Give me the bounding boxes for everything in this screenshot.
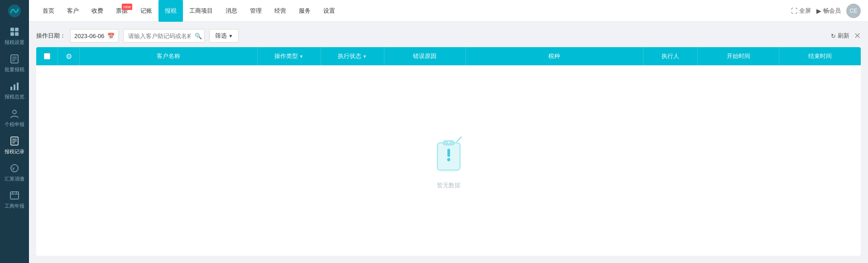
batch-tax-icon (8, 53, 21, 65)
empty-text: 暂无数据 (437, 181, 460, 190)
filter-button[interactable]: 筛选 ▼ (209, 29, 239, 43)
table-wrap: ⚙ 客户名称 操作类型 ▼ 执行状态 ▼ 错误原因 (36, 47, 861, 256)
nav-xiaoxi[interactable]: 消息 (219, 0, 244, 22)
svg-rect-3 (10, 32, 14, 36)
content-area: 操作日期： 2023-06-06 📅 🔍 筛选 ▼ ↻ 刷新 (29, 22, 868, 263)
svg-point-27 (447, 158, 450, 161)
close-button[interactable]: ✕ (854, 32, 861, 40)
th-executor: 执行人 (643, 47, 698, 65)
date-picker[interactable]: 2023-06-06 📅 (70, 29, 119, 43)
search-icon[interactable]: 🔍 (195, 33, 202, 39)
sidebar: 报税设置 批量报税 报税总览 (0, 0, 29, 263)
nav-home[interactable]: 首页 (36, 0, 61, 22)
header-checkbox[interactable] (44, 53, 50, 59)
svg-rect-1 (10, 28, 14, 31)
th-start-time: 开始时间 (698, 47, 779, 65)
sidebar-item-piliang-baoshui[interactable]: 批量报税 (0, 49, 29, 76)
main-area: 首页 客户 收费 票据 new 记账 报税 工商项目 消息 管理 经营 (29, 0, 868, 263)
svg-line-28 (457, 137, 461, 141)
overview-icon (8, 80, 21, 93)
chevron-down-icon: ▼ (229, 34, 233, 39)
search-input[interactable] (123, 29, 205, 43)
gear-icon[interactable]: ⚙ (66, 52, 72, 61)
svg-rect-4 (15, 32, 19, 36)
table-body: 暂无数据 (36, 65, 861, 256)
fullscreen-btn[interactable]: ⛶ 全屏 (791, 7, 811, 15)
settlement-icon: ¥ (8, 162, 21, 175)
table-header: ⚙ 客户名称 操作类型 ▼ 执行状态 ▼ 错误原因 (36, 47, 861, 65)
th-exec-status[interactable]: 执行状态 ▼ (321, 47, 384, 65)
nav-piaoju[interactable]: 票据 new (110, 0, 134, 22)
refresh-button[interactable]: ↻ 刷新 (831, 32, 849, 40)
sidebar-logo (0, 0, 29, 22)
svg-rect-2 (15, 28, 19, 31)
th-tax-type: 税种 (466, 47, 644, 65)
annual-report-icon (8, 189, 21, 202)
topnav-right: ⛶ 全屏 ▶ 畅会员 CE (791, 4, 861, 18)
sidebar-item-geshui-shenbao[interactable]: 个税申报 (0, 104, 29, 131)
th-error-reason: 错误原因 (384, 47, 466, 65)
topnav: 首页 客户 收费 票据 new 记账 报税 工商项目 消息 管理 经营 (29, 0, 868, 22)
page-content: 操作日期： 2023-06-06 📅 🔍 筛选 ▼ ↻ 刷新 (29, 22, 868, 263)
search-wrap: 🔍 (123, 29, 205, 43)
svg-point-25 (447, 141, 450, 144)
nav-gongshang-xiangmu[interactable]: 工商项目 (183, 0, 219, 22)
empty-illustration (426, 132, 471, 177)
avatar[interactable]: CE (846, 4, 861, 18)
sidebar-item-baoshui-shezhi[interactable]: 报税设置 (0, 22, 29, 49)
nav-jingying[interactable]: 经营 (268, 0, 293, 22)
nav-shoufei[interactable]: 收费 (85, 0, 110, 22)
th-customer-name: 客户名称 (80, 47, 258, 65)
nav-baoshui[interactable]: 报税 (158, 0, 183, 22)
tax-record-icon (8, 135, 21, 147)
nav-guanli[interactable]: 管理 (244, 0, 268, 22)
svg-rect-11 (17, 83, 19, 90)
person-tax-icon (8, 107, 21, 120)
date-label: 操作日期： (36, 32, 66, 40)
svg-rect-19 (10, 192, 19, 199)
fullscreen-icon: ⛶ (791, 7, 797, 15)
nav-fuwu[interactable]: 服务 (293, 0, 317, 22)
video-icon: ▶ (816, 7, 821, 15)
sort-icon: ▼ (299, 54, 304, 59)
sidebar-item-baoshui-jilu[interactable]: 报税记录 (0, 131, 29, 158)
calendar-icon: 📅 (107, 33, 115, 39)
nav-customers[interactable]: 客户 (61, 0, 85, 22)
svg-text:¥: ¥ (12, 166, 15, 171)
sort-icon: ▼ (363, 54, 367, 59)
settings-grid-icon (8, 25, 21, 38)
nav-shezhi[interactable]: 设置 (317, 0, 341, 22)
new-badge: new (122, 4, 132, 10)
sidebar-item-gongshang-nianbao[interactable]: 工商年报 (0, 185, 29, 213)
svg-rect-26 (447, 149, 450, 157)
sidebar-item-huisuan-jiaoshu[interactable]: ¥ 汇算清缴 (0, 158, 29, 185)
th-checkbox[interactable] (36, 47, 58, 65)
date-value: 2023-06-06 (74, 33, 105, 39)
refresh-icon: ↻ (831, 33, 836, 39)
svg-point-12 (13, 110, 16, 114)
member-btn[interactable]: ▶ 畅会员 (816, 7, 841, 15)
nav-jizhang[interactable]: 记账 (134, 0, 158, 22)
sidebar-item-baoshui-zonlan[interactable]: 报税总览 (0, 76, 29, 103)
toolbar: 操作日期： 2023-06-06 📅 🔍 筛选 ▼ ↻ 刷新 (36, 29, 861, 43)
th-settings[interactable]: ⚙ (58, 47, 80, 65)
svg-rect-9 (10, 87, 12, 90)
toolbar-right: ↻ 刷新 ✕ (831, 32, 861, 40)
th-operation-type[interactable]: 操作类型 ▼ (258, 47, 321, 65)
th-end-time: 结束时间 (779, 47, 861, 65)
svg-rect-10 (14, 84, 15, 90)
